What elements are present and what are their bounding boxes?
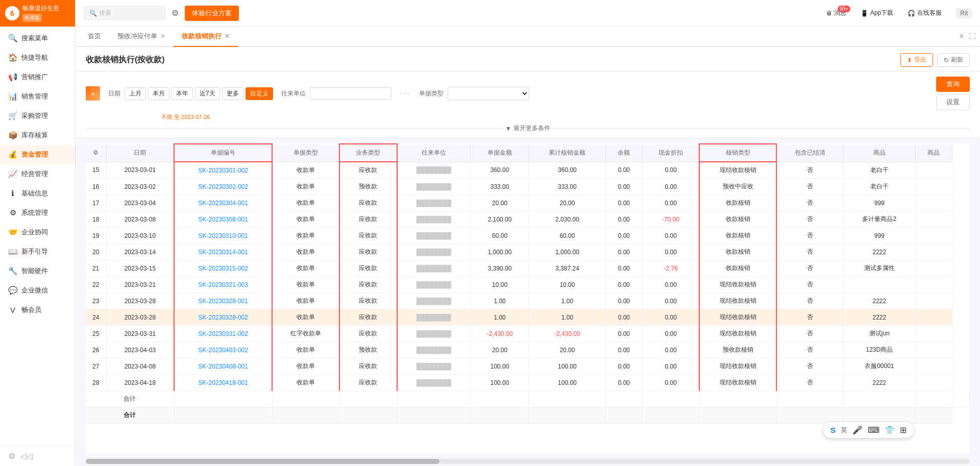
sidebar-item-nav[interactable]: 🏠 快捷导航 — [0, 48, 75, 67]
bill-no-link[interactable]: SK-20230408-001 — [199, 363, 248, 370]
table-row: 172023-03-04SK-20230304-001收款单应收款███████… — [86, 195, 970, 211]
collapse-icon[interactable]: ◁◁ — [20, 451, 33, 461]
cell-goods: 多计量商品2 — [843, 211, 915, 228]
cell-bill-no[interactable]: SK-20230418-001 — [174, 375, 272, 391]
mic-icon[interactable]: 🎤 — [852, 425, 863, 435]
bill-no-link[interactable]: SK-20230301-002 — [199, 167, 248, 174]
keyboard-icon[interactable]: ⌨ — [868, 425, 879, 435]
col-header-bill-type[interactable]: 单据类型 — [272, 144, 339, 162]
tab-prepaid-close-icon[interactable]: ✕ — [160, 33, 165, 40]
topbar-gear-icon[interactable]: ⚙ — [172, 8, 179, 18]
sidebar-item-guide[interactable]: 📖 新手引导 — [0, 242, 75, 261]
shirt-icon[interactable]: 👕 — [885, 425, 895, 435]
sidebar-item-inventory[interactable]: 📦 库存核算 — [0, 126, 75, 145]
expand-more-button[interactable]: ▼ 展开更多条件 — [505, 124, 550, 133]
bill-no-link[interactable]: SK-20230331-002 — [199, 330, 248, 337]
col-header-date[interactable]: 日期 — [106, 144, 174, 162]
more-date-btn[interactable]: 更多 — [222, 87, 243, 100]
export-button[interactable]: ⬆ 导出 — [900, 53, 933, 67]
bill-no-link[interactable]: SK-20230321-003 — [199, 281, 248, 288]
col-header-gear[interactable]: ⚙ — [86, 144, 106, 162]
tab-prepaid[interactable]: 预收冲应付单 ✕ — [109, 27, 174, 47]
table-scroll-thumb[interactable] — [86, 459, 439, 464]
sidebar-item-member[interactable]: V 畅会员 — [0, 300, 75, 320]
maximize-window-icon[interactable]: ⛶ — [969, 32, 976, 40]
topbar-search-box[interactable]: 🔍 搜索 — [84, 6, 165, 20]
bill-no-link[interactable]: SK-20230302-002 — [199, 183, 248, 190]
cell-cum-writeoff: 1.00 — [529, 309, 606, 326]
tab-writeoff-close-icon[interactable]: ✕ — [225, 33, 230, 40]
col-header-goods[interactable]: 商品 — [843, 144, 915, 162]
total-cell-6 — [470, 407, 529, 424]
filter-toggle-button[interactable]: » — [86, 86, 100, 101]
col-header-cash-discount[interactable]: 现金折扣 — [643, 144, 700, 162]
cell-bill-no[interactable]: SK-20230304-001 — [174, 195, 272, 211]
cell-bill-no[interactable]: SK-20230328-002 — [174, 309, 272, 326]
cell-bill-no[interactable]: SK-20230408-001 — [174, 358, 272, 375]
sidebar-item-finance[interactable]: 💰 资金管理 — [0, 145, 75, 164]
cell-bill-no[interactable]: SK-20230315-002 — [174, 260, 272, 277]
bill-no-link[interactable]: SK-20230403-002 — [199, 347, 248, 354]
query-button[interactable]: 查询 — [936, 77, 970, 92]
col-header-bill-no[interactable]: 单据编号 — [174, 144, 272, 162]
online-service-button[interactable]: 🎧 在线客服 — [908, 9, 942, 17]
col-header-biz-type[interactable]: 业务类型 — [339, 144, 397, 162]
sidebar-item-collab[interactable]: 🤝 企业协同 — [0, 223, 75, 242]
sidebar-item-wechat[interactable]: 💬 企业微信 — [0, 281, 75, 300]
sidebar-item-operations[interactable]: 📈 经营管理 — [0, 164, 75, 184]
col-header-cum-writeoff[interactable]: 累计核销金额 — [529, 144, 606, 162]
cell-bill-no[interactable]: SK-20230403-002 — [174, 342, 272, 358]
col-header-bill-amount[interactable]: 单据金额 — [470, 144, 529, 162]
sidebar-item-basic-info[interactable]: ℹ 基础信息 — [0, 184, 75, 203]
messages-button[interactable]: 🖥 消息 99+ — [826, 9, 846, 17]
this-month-btn[interactable]: 本月 — [148, 87, 169, 100]
cell-bill-no[interactable]: SK-20230314-001 — [174, 244, 272, 260]
tab-writeoff[interactable]: 收款核销执行 ✕ — [174, 27, 238, 47]
cell-bill-no[interactable]: SK-20230321-003 — [174, 277, 272, 293]
custom-date-btn[interactable]: 自定义 — [246, 87, 273, 100]
sidebar-item-sales[interactable]: 📊 销售管理 — [0, 87, 75, 106]
sidebar-item-purchase[interactable]: 🛒 采购管理 — [0, 106, 75, 126]
prev-month-btn[interactable]: 上月 — [125, 87, 146, 100]
cell-date: 2023-04-08 — [106, 358, 174, 375]
cell-bill-no[interactable]: SK-20230310-001 — [174, 228, 272, 244]
settings-icon[interactable]: ⚙ — [8, 451, 15, 461]
tab-home[interactable]: 首页 — [80, 27, 109, 47]
hardware-icon: 🔧 — [8, 266, 17, 276]
close-window-icon[interactable]: ✕ — [959, 32, 965, 40]
cell-bill-no[interactable]: SK-20230328-001 — [174, 293, 272, 309]
cell-bill-no[interactable]: SK-20230331-002 — [174, 326, 272, 342]
recent7-btn[interactable]: 近7天 — [195, 87, 220, 100]
bill-no-link[interactable]: SK-20230418-001 — [199, 379, 248, 386]
col-header-include-settled[interactable]: 包含已结清 — [776, 144, 843, 162]
col-header-goods2[interactable]: 商品 — [915, 144, 952, 162]
bill-no-link[interactable]: SK-20230310-001 — [199, 232, 248, 239]
col-header-counterpart[interactable]: 往来单位 — [397, 144, 471, 162]
refresh-button[interactable]: ↻ 刷新 — [937, 53, 970, 67]
cell-bill-no[interactable]: SK-20230308-001 — [174, 211, 272, 228]
sidebar-item-search[interactable]: 🔍 搜索菜单 — [0, 29, 75, 48]
grid-icon[interactable]: ⊞ — [900, 425, 906, 435]
col-header-balance[interactable]: 余额 — [605, 144, 642, 162]
cell-bill-no[interactable]: SK-20230301-002 — [174, 162, 272, 179]
solution-button[interactable]: 体验行业方案 — [185, 6, 239, 21]
table-scroll-bar[interactable] — [86, 459, 970, 464]
sidebar-item-hardware[interactable]: 🔧 智能硬件 — [0, 261, 75, 281]
user-avatar[interactable]: Rit — [956, 8, 972, 18]
sidebar-item-system[interactable]: ⚙ 系统管理 — [0, 203, 75, 223]
cell-counterpart: ████████ — [397, 195, 471, 211]
bill-no-link[interactable]: SK-20230315-002 — [199, 265, 248, 272]
receipt-type-select[interactable] — [448, 87, 529, 100]
bill-no-link[interactable]: SK-20230304-001 — [199, 200, 248, 207]
bill-no-link[interactable]: SK-20230314-001 — [199, 249, 248, 256]
sidebar-item-marketing[interactable]: 📢 营销推广 — [0, 67, 75, 87]
setting-button[interactable]: 设置 — [936, 94, 970, 110]
counterpart-input[interactable] — [310, 87, 391, 100]
this-year-btn[interactable]: 本年 — [172, 87, 193, 100]
bill-no-link[interactable]: SK-20230308-001 — [199, 216, 248, 223]
cell-bill-no[interactable]: SK-20230302-002 — [174, 179, 272, 195]
bill-no-link[interactable]: SK-20230328-002 — [199, 314, 248, 321]
app-download-button[interactable]: 📱 App下载 — [861, 9, 893, 17]
bill-no-link[interactable]: SK-20230328-001 — [199, 298, 248, 305]
col-header-writeoff-type[interactable]: 核销类型 — [699, 144, 776, 162]
